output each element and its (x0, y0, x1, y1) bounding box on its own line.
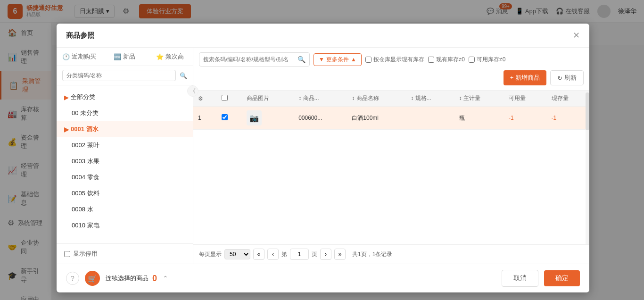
dialog-footer: ? 🛒 连续选择的商品 0 ⌃ 取消 确定 (57, 264, 589, 292)
filter-icon: ▼ (319, 56, 324, 63)
checkbox-warehouse-input[interactable] (365, 57, 372, 63)
category-water[interactable]: 0008 水 (57, 201, 193, 217)
checkbox-warehouse-label: 按仓库显示现有库存 (373, 56, 424, 64)
category-appliances[interactable]: 0010 家电 (57, 217, 193, 233)
active-expand-icon: ▶ (64, 126, 69, 133)
checkbox-available-ne0-input[interactable] (469, 57, 475, 63)
tab-frequent[interactable]: ⭐ 频次高 (148, 48, 193, 66)
col-code[interactable]: ↕ 商品... (294, 91, 347, 107)
col-stock-label: 现存量 (552, 95, 569, 101)
category-snacks[interactable]: 0004 零食 (57, 169, 193, 185)
col-name-label: 商品名称 (356, 95, 379, 101)
category-uncategorized-label: 00 未分类 (64, 109, 99, 117)
category-all[interactable]: ▶ 全部分类 (57, 89, 193, 105)
pagination: 每页显示 50 10 20 100 « ‹ 第 1 页 › » 共1页，1条记录 (193, 244, 589, 264)
cart-icon: 🛒 (88, 274, 97, 283)
show-disabled: 显示停用 (57, 243, 193, 264)
page-suffix: 页 (312, 250, 317, 258)
prev-page-button[interactable]: ‹ (267, 249, 279, 260)
row-spec (406, 107, 454, 130)
checkbox-stock-ne0[interactable]: 现有库存≠0 (428, 56, 465, 64)
checkbox-stock-ne0-input[interactable] (428, 57, 434, 63)
scrollbar[interactable] (586, 91, 589, 244)
filter-button[interactable]: ▼ 更多条件 ▲ (314, 53, 362, 66)
category-snacks-label: 0004 零食 (64, 173, 99, 182)
show-disabled-label[interactable]: 显示停用 (73, 250, 98, 258)
sort-icon-name: ↕ (352, 95, 355, 101)
close-button[interactable]: ✕ (573, 30, 580, 41)
product-image: 📷 (247, 110, 262, 125)
col-unit[interactable]: ↕ 主计量 (454, 91, 504, 107)
col-stock: 现存量 (547, 91, 590, 107)
row-select-checkbox[interactable] (222, 114, 228, 120)
row-image: 📷 (242, 107, 294, 130)
right-panel: 🔍 ▼ 更多条件 ▲ 按仓库显示现有库存 现有库存≠0 可用库存≠0 (193, 48, 589, 264)
row-name: 白酒100ml (347, 107, 406, 130)
toolbar: 🔍 ▼ 更多条件 ▲ 按仓库显示现有库存 现有库存≠0 可用库存≠0 (193, 48, 589, 91)
category-uncategorized[interactable]: 00 未分类 (57, 105, 193, 121)
dialog-header: 商品参照 ✕ (57, 24, 589, 48)
collapse-button[interactable]: 《 (187, 85, 198, 97)
tab-recent-label: 近期购买 (72, 52, 96, 61)
search-button[interactable]: 🔍 (294, 56, 309, 63)
refresh-icon: ↻ (557, 75, 562, 82)
category-alcohol[interactable]: ▶ 0001 酒水 (57, 121, 193, 137)
sort-icon-code: ↕ (298, 95, 301, 101)
col-available: 可用量 (504, 91, 546, 107)
settings-icon[interactable]: ⚙ (198, 95, 203, 102)
confirm-button[interactable]: 确定 (544, 270, 580, 286)
help-button[interactable]: ? (66, 272, 79, 285)
last-page-button[interactable]: » (334, 249, 346, 260)
checkbox-warehouse[interactable]: 按仓库显示现有库存 (365, 56, 424, 64)
clock-icon: 🕐 (62, 53, 70, 60)
continuous-select-info: 连续选择的商品 0 (106, 274, 157, 283)
table-wrap: ⚙ 商品图片 ↕ 商品... ↕ 商品名称 (193, 91, 589, 244)
category-drinks[interactable]: 0005 饮料 (57, 185, 193, 201)
col-spec[interactable]: ↕ 规格... (406, 91, 454, 107)
tab-frequent-label: 频次高 (165, 52, 184, 61)
tab-recent[interactable]: 🕐 近期购买 (57, 48, 102, 66)
left-panel: 🕐 近期购买 🆕 新品 ⭐ 频次高 🔍 《 (57, 48, 193, 264)
cancel-button[interactable]: 取消 (502, 270, 538, 287)
cart-button[interactable]: 🛒 (85, 271, 100, 286)
page-label: 第 (281, 250, 287, 258)
add-product-button[interactable]: + 新增商品 (504, 70, 546, 85)
dialog: 商品参照 ✕ 🕐 近期购买 🆕 新品 ⭐ 频次高 (57, 24, 589, 292)
tab-new[interactable]: 🆕 新品 (102, 48, 147, 66)
page-input[interactable]: 1 (290, 249, 309, 260)
search-icon[interactable]: 🔍 (180, 72, 187, 79)
category-alcohol-label: 0001 酒水 (71, 125, 99, 133)
col-unit-label: 主计量 (463, 95, 480, 101)
dialog-title: 商品参照 (66, 31, 94, 40)
show-disabled-checkbox[interactable] (64, 251, 70, 257)
checkbox-available-ne0[interactable]: 可用库存≠0 (469, 56, 505, 64)
first-page-button[interactable]: « (253, 249, 264, 260)
page-size-label: 每页显示 (199, 250, 222, 258)
category-search: 🔍 (57, 66, 193, 85)
table-row[interactable]: 1 📷 000600... 白酒100ml 瓶 -1 (193, 107, 589, 130)
next-page-button[interactable]: › (320, 249, 331, 260)
filter-up-icon: ▲ (351, 56, 356, 63)
sort-icon-unit: ↕ (459, 95, 462, 101)
category-fruit[interactable]: 0003 水果 (57, 153, 193, 169)
category-search-input[interactable] (62, 70, 176, 81)
col-name[interactable]: ↕ 商品名称 (347, 91, 406, 107)
refresh-button[interactable]: ↻ 刷新 (550, 70, 584, 85)
row-available: -1 (504, 107, 546, 130)
new-icon: 🆕 (114, 53, 121, 60)
category-tea-label: 0002 茶叶 (64, 141, 99, 150)
category-tea[interactable]: 0002 茶叶 (57, 137, 193, 153)
col-code-label: 商品... (303, 95, 319, 101)
star-icon: ⭐ (156, 53, 164, 60)
select-all-checkbox[interactable] (222, 95, 228, 101)
filter-label: 更多条件 (326, 56, 349, 64)
col-image: 商品图片 (242, 91, 294, 107)
page-size-select[interactable]: 50 10 20 100 (224, 249, 250, 259)
search-input[interactable] (199, 56, 294, 63)
quick-tabs: 🕐 近期购买 🆕 新品 ⭐ 频次高 (57, 48, 193, 66)
row-unit: 瓶 (454, 107, 504, 130)
checkbox-stock-ne0-label: 现有库存≠0 (436, 56, 465, 64)
search-box: 🔍 (199, 52, 310, 67)
tab-new-label: 新品 (123, 52, 135, 61)
collapse-footer-button[interactable]: ⌃ (163, 275, 168, 282)
